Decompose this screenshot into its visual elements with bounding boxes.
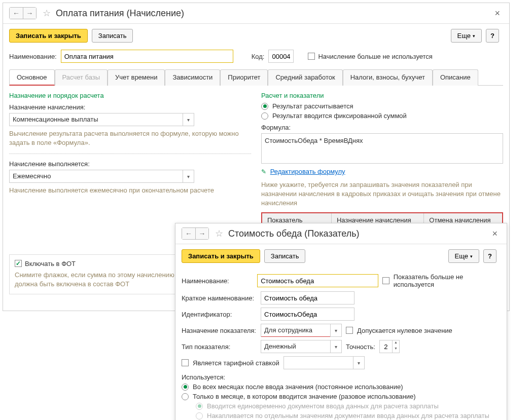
toolbar: Записать и закрыть Записать Еще▾ ?: [3, 24, 509, 48]
form-content: Наименование: Показатель больше не испол…: [175, 268, 507, 314]
right-column: Расчет и показатели Результат рассчитыва…: [261, 92, 503, 242]
purpose-value: Компенсационные выплаты: [10, 113, 183, 126]
star-icon[interactable]: ☆: [42, 8, 52, 18]
radio-calc[interactable]: Результат рассчитывается: [261, 102, 503, 110]
code-label: Код:: [252, 53, 265, 60]
fot-hint: Снимите флажок, если сумма по этому начи…: [15, 271, 191, 289]
period-select[interactable]: Ежемесячно ▾: [9, 170, 194, 183]
forward-button[interactable]: →: [195, 228, 208, 239]
help-button[interactable]: ?: [486, 29, 499, 43]
divider: [9, 154, 251, 154]
save-close-button[interactable]: Записать и закрыть: [182, 249, 260, 263]
tab-desc[interactable]: Описание: [433, 69, 478, 86]
titlebar: ← → ☆ Стоимость обеда (Показатель) ×: [175, 223, 507, 244]
name-row: Наименование: Код: Начисление больше не …: [3, 48, 509, 65]
section-calc: Расчет и показатели: [261, 92, 503, 99]
chevron-down-icon[interactable]: ▾: [183, 170, 194, 182]
radio-fixed[interactable]: Результат вводится фиксированной суммой: [261, 112, 503, 120]
name-input[interactable]: [61, 50, 233, 63]
period-label: Начисление выполняется:: [9, 160, 251, 168]
period-value: Ежемесячно: [10, 170, 183, 182]
titlebar: ← → ☆ Оплата питания (Начисление) ×: [3, 3, 509, 24]
table-hint: Ниже укажите, требуется ли запрашивать з…: [261, 180, 503, 208]
close-icon[interactable]: ×: [491, 8, 503, 19]
radio-icon: [261, 103, 268, 110]
not-used-checkbox[interactable]: [308, 53, 315, 60]
left-column: Назначение и порядок расчета Назначение …: [9, 92, 251, 242]
short-input[interactable]: [261, 291, 354, 304]
radio-fixed-label: Результат вводится фиксированной суммой: [272, 112, 407, 120]
purpose-hint: Вычисление результата расчета выполняетс…: [9, 129, 251, 147]
not-used-label: Начисление больше не используется: [318, 53, 432, 60]
back-button[interactable]: ←: [182, 228, 195, 239]
indicator-window: ← → ☆ Стоимость обеда (Показатель) × Зап…: [175, 223, 507, 314]
more-button[interactable]: Еще▾: [451, 29, 482, 43]
not-used-checkbox[interactable]: [382, 277, 389, 284]
not-used-row: Начисление больше не используется: [308, 53, 432, 60]
id-label: Идентификатор:: [182, 311, 257, 314]
star-icon[interactable]: ☆: [214, 228, 224, 239]
tab-priority[interactable]: Приоритет: [220, 69, 268, 86]
tab-base[interactable]: Расчет базы: [55, 69, 108, 86]
fot-label: Включать в ФОТ: [25, 260, 76, 268]
close-icon[interactable]: ×: [489, 228, 501, 239]
tabs: Основное Расчет базы Учет времени Зависи…: [9, 69, 503, 86]
code-input[interactable]: [268, 50, 294, 63]
name-label: Наименование:: [9, 53, 57, 60]
help-button[interactable]: ?: [483, 249, 496, 263]
formula-label: Формула:: [261, 124, 503, 131]
tab-taxes[interactable]: Налоги, взносы, бухучет: [343, 69, 433, 86]
tab-time[interactable]: Учет времени: [108, 69, 165, 86]
back-button[interactable]: ←: [10, 8, 23, 19]
period-hint: Начисление выполняется ежемесячно при ок…: [9, 186, 251, 195]
tab-deps[interactable]: Зависимости: [165, 69, 220, 86]
formula-text[interactable]: СтоимостьОбеда * ВремяВДнях: [261, 133, 503, 164]
save-button[interactable]: Записать: [92, 29, 133, 43]
window-title: Оплата питания (Начисление): [56, 8, 491, 19]
save-close-button[interactable]: Записать и закрыть: [9, 29, 88, 43]
tab-average[interactable]: Средний заработок: [268, 69, 342, 86]
toolbar: Записать и закрыть Записать Еще▾ ?: [175, 244, 507, 268]
not-used-label: Показатель больше не используется: [394, 273, 501, 288]
id-input[interactable]: [261, 308, 354, 314]
nav-buttons: ← →: [9, 7, 37, 19]
purpose-select[interactable]: Компенсационные выплаты ▾: [9, 113, 194, 126]
name-label: Наименование:: [182, 277, 253, 285]
save-button[interactable]: Записать: [264, 249, 306, 263]
radio-calc-label: Результат рассчитывается: [272, 102, 353, 110]
purpose-label: Назначение начисления:: [9, 103, 251, 111]
pencil-icon: ✎: [261, 168, 266, 175]
fot-row[interactable]: Включать в ФОТ: [15, 260, 191, 268]
edit-formula-link[interactable]: Редактировать формулу: [270, 168, 345, 175]
section-purpose: Назначение и порядок расчета: [9, 92, 251, 99]
fot-box: Включать в ФОТ Снимите флажок, если сумм…: [9, 254, 197, 294]
more-button[interactable]: Еще▾: [448, 249, 479, 263]
window-title: Стоимость обеда (Показатель): [228, 228, 489, 239]
fot-checkbox[interactable]: [15, 260, 22, 267]
chevron-down-icon[interactable]: ▾: [183, 113, 194, 126]
name-input[interactable]: [257, 274, 378, 287]
forward-button[interactable]: →: [23, 8, 36, 19]
nav-buttons: ← →: [182, 227, 209, 240]
tab-main[interactable]: Основное: [9, 69, 55, 86]
short-label: Краткое наименование:: [182, 294, 257, 302]
radio-icon: [261, 112, 268, 120]
